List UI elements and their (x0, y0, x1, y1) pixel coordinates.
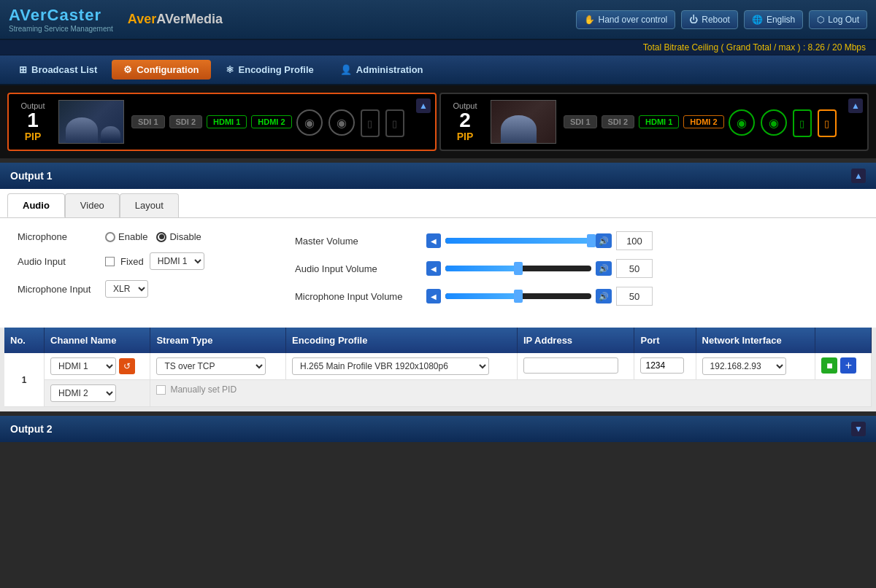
output2-up-arrow[interactable]: ▲ (848, 98, 863, 113)
row1-network-interface: 192.168.2.93 (696, 353, 815, 380)
reboot-button[interactable]: ⏻ Reboot (681, 10, 738, 29)
mic-input-volume-left-arrow[interactable]: ◀ (426, 289, 441, 303)
broadcast-list-nav[interactable]: ⊞ Broadcast List (7, 60, 109, 80)
app-logo: AVerCaster (9, 6, 113, 25)
th-port: Port (634, 328, 696, 353)
channel2-select[interactable]: HDMI 2 HDMI 1 (50, 384, 116, 402)
output1-sdi1-btn[interactable]: SDI 1 (131, 115, 165, 128)
output1-cam1-icon: ◉ (296, 109, 323, 136)
audio-left-column: Microphone Enable Disable Audio Input (18, 231, 266, 314)
audio-input-select[interactable]: HDMI 1 HDMI 2 SDI 1 SDI 2 (150, 252, 204, 270)
master-volume-thumb[interactable] (587, 234, 596, 247)
logo-area: AVerCaster Streaming Service Management (9, 6, 113, 33)
stream-type-select[interactable]: TS over TCP TS over UDP RTMP RTSP (156, 357, 266, 375)
output1-sdi2-btn[interactable]: SDI 2 (169, 115, 203, 128)
network-interface-select[interactable]: 192.168.2.93 (702, 357, 786, 375)
row1-enable-btn[interactable]: ■ (821, 357, 837, 374)
audio-input-volume-fill (445, 266, 518, 271)
microphone-enable-label[interactable]: Enable (105, 231, 147, 242)
output2-cam2-icon: ◉ (761, 109, 787, 136)
output2-sdi1-btn[interactable]: SDI 1 (564, 115, 597, 128)
master-volume-row: Master Volume ◀ 🔊 100 (295, 231, 858, 250)
master-volume-left-arrow[interactable]: ◀ (426, 233, 441, 248)
master-volume-controls: ◀ 🔊 100 (426, 231, 653, 250)
output2-hdmi2-btn[interactable]: HDMI 2 (683, 115, 723, 128)
configuration-nav[interactable]: ⚙ Configuration (112, 60, 210, 80)
output1-hdmi1-btn[interactable]: HDMI 1 (207, 115, 247, 128)
mic-input-volume-thumb[interactable] (514, 290, 523, 303)
stream-table-header-row: No. Channel Name Stream Type Encoding Pr… (4, 328, 872, 353)
app-header: AVerCaster Streaming Service Management … (0, 0, 876, 40)
channel1-refresh-btn[interactable]: ↺ (119, 358, 135, 374)
master-volume-value: 100 (616, 231, 653, 250)
audio-input-volume-track[interactable] (445, 266, 591, 271)
bitrate-bar: Total Bitrate Ceiling ( Grand Total / ma… (0, 40, 876, 55)
tab-layout[interactable]: Layout (120, 193, 179, 217)
audio-input-volume-speaker[interactable]: 🔊 (596, 261, 612, 276)
row1-add-btn[interactable]: + (840, 357, 856, 374)
fixed-checkbox[interactable] (105, 257, 115, 266)
output1-hdmi2-btn[interactable]: HDMI 2 (251, 115, 291, 128)
port-input[interactable] (640, 357, 684, 374)
output2-thumbnail (491, 100, 556, 144)
microphone-radio-group: Enable Disable (105, 231, 201, 242)
output2-collapse-arrow[interactable]: ▼ (851, 422, 866, 436)
row1-encoding-profile: H.265 Main Profile VBR 1920x1080p6 H.264… (286, 353, 518, 380)
mic-input-volume-row: Microphone Input Volume ◀ 🔊 50 (295, 287, 858, 306)
mic-input-volume-track[interactable] (445, 293, 591, 299)
audio-input-volume-thumb[interactable] (514, 262, 523, 275)
th-channel-name: Channel Name (45, 328, 150, 353)
th-encoding-profile: Encoding Profile (286, 328, 518, 353)
th-ip-address: IP Address (517, 328, 634, 353)
channel1-select[interactable]: HDMI 1 HDMI 2 (50, 357, 116, 375)
microphone-input-row: Microphone Input XLR USB (18, 280, 266, 298)
mic-input-volume-controls: ◀ 🔊 50 (426, 287, 653, 306)
table-row-1b: HDMI 2 HDMI 1 Manually set PID (4, 380, 872, 407)
microphone-enable-radio[interactable] (105, 232, 115, 242)
microphone-disable-label[interactable]: Disable (156, 231, 201, 242)
encoding-icon: ⚛ (226, 64, 234, 75)
administration-nav[interactable]: 👤 Administration (328, 60, 435, 80)
avermedia-logo: AverAVerMedia (128, 12, 223, 27)
audio-tabs-bar: Audio Video Layout (0, 189, 876, 218)
microphone-row: Microphone Enable Disable (18, 231, 266, 242)
audio-input-volume-left-arrow[interactable]: ◀ (426, 261, 441, 276)
language-button[interactable]: 🌐 English (744, 10, 803, 29)
mic-input-volume-value: 50 (616, 287, 653, 306)
microphone-disable-radio[interactable] (156, 232, 166, 242)
output2-preview-card[interactable]: ▲ Output 2 PIP SDI 1 SDI 2 HDMI 1 HDMI 2… (439, 93, 869, 151)
output1-thumbnail (58, 100, 124, 144)
output2-hdmi1-icon: ▯ (793, 109, 812, 137)
th-no: No. (4, 328, 45, 353)
header-actions: ✋ Hand over control ⏻ Reboot 🌐 English ⬡… (576, 10, 867, 29)
tab-audio[interactable]: Audio (7, 193, 65, 217)
encoding-profile-select[interactable]: H.265 Main Profile VBR 1920x1080p6 H.264… (292, 357, 489, 375)
output1-collapse-arrow[interactable]: ▲ (851, 169, 866, 183)
output2-hdmi1-btn[interactable]: HDMI 1 (639, 115, 679, 128)
output2-sdi2-btn[interactable]: SDI 2 (602, 115, 635, 128)
encoding-profile-nav[interactable]: ⚛ Encoding Profile (214, 60, 326, 80)
nav-bar: ⊞ Broadcast List ⚙ Configuration ⚛ Encod… (0, 55, 876, 85)
mic-input-select[interactable]: XLR USB (105, 280, 148, 298)
output2-label: Output 2 PIP (447, 101, 483, 142)
table-row-1: 1 HDMI 1 HDMI 2 ↺ TS over TCP TS over UD… (4, 353, 872, 380)
output2-section-header: Output 2 ▼ (0, 416, 876, 442)
master-volume-track[interactable] (445, 238, 591, 244)
th-network-interface: Network Interface (696, 328, 815, 353)
master-volume-speaker[interactable]: 🔊 (596, 233, 612, 248)
hand-over-control-button[interactable]: ✋ Hand over control (576, 10, 676, 29)
output1-section-header: Output 1 ▲ (0, 163, 876, 189)
hand-icon: ✋ (584, 15, 595, 25)
output2-hdmi2-icon: ▯ (818, 109, 837, 137)
mic-input-controls: XLR USB (105, 280, 148, 298)
row1-channel1: HDMI 1 HDMI 2 ↺ (45, 353, 150, 380)
tab-video[interactable]: Video (65, 193, 120, 217)
stream-table-wrapper: No. Channel Name Stream Type Encoding Pr… (0, 328, 876, 411)
ip-address-input[interactable] (523, 357, 618, 374)
pid-checkbox[interactable] (156, 385, 166, 395)
output1-up-arrow[interactable]: ▲ (416, 98, 431, 113)
output1-preview-card[interactable]: ▲ Output 1 PIP SDI 1 SDI 2 HDMI 1 HDMI 2… (7, 93, 437, 151)
logout-button[interactable]: ⬡ Log Out (809, 10, 867, 29)
row1-ip-address (517, 353, 634, 380)
mic-input-volume-speaker[interactable]: 🔊 (596, 289, 612, 303)
